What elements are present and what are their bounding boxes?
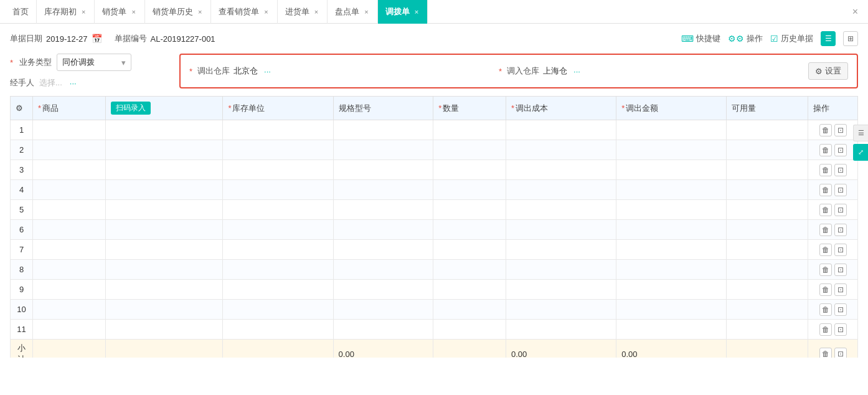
- row-spec[interactable]: [333, 300, 433, 320]
- row-qty[interactable]: [433, 240, 506, 260]
- row-cost[interactable]: [506, 140, 616, 160]
- row-available[interactable]: [727, 120, 808, 140]
- row-amount[interactable]: [616, 120, 727, 140]
- history-button[interactable]: ☑ 历史单据: [770, 33, 813, 44]
- row-unit[interactable]: [223, 300, 333, 320]
- row-amount[interactable]: [616, 220, 727, 240]
- target-warehouse-more-icon[interactable]: ···: [573, 67, 580, 76]
- row-spec[interactable]: [333, 160, 433, 180]
- delete-row-button[interactable]: 🗑: [819, 164, 832, 176]
- row-qty[interactable]: [433, 300, 506, 320]
- copy-row-button[interactable]: ⊡: [834, 224, 847, 236]
- row-amount[interactable]: [616, 320, 727, 340]
- row-unit[interactable]: [223, 140, 333, 160]
- row-spec[interactable]: [333, 240, 433, 260]
- row-cost[interactable]: [506, 180, 616, 200]
- row-product[interactable]: [33, 260, 106, 280]
- row-amount[interactable]: [616, 280, 727, 300]
- source-warehouse-value[interactable]: 北京仓: [234, 65, 258, 77]
- calendar-icon[interactable]: 📅: [92, 34, 102, 44]
- row-qty[interactable]: [433, 260, 506, 280]
- row-product[interactable]: [33, 180, 106, 200]
- list-view-button[interactable]: ☰: [821, 31, 836, 46]
- tab-inventory-init[interactable]: 库存期初 ×: [37, 0, 95, 24]
- source-warehouse-more-icon[interactable]: ···: [264, 67, 271, 76]
- operations-button[interactable]: ⚙⚙ 操作: [728, 33, 763, 44]
- delete-row-button[interactable]: 🗑: [819, 244, 832, 256]
- delete-row-button[interactable]: 🗑: [819, 184, 832, 196]
- delete-row-button[interactable]: 🗑: [819, 144, 832, 156]
- copy-row-button[interactable]: ⊡: [834, 303, 847, 316]
- copy-row-button[interactable]: ⊡: [834, 283, 847, 296]
- row-qty[interactable]: [433, 200, 506, 220]
- delete-row-button[interactable]: 🗑: [819, 224, 832, 236]
- row-cost[interactable]: [506, 300, 616, 320]
- row-qty[interactable]: [433, 180, 506, 200]
- row-unit[interactable]: [223, 180, 333, 200]
- delete-row-button[interactable]: 🗑: [819, 303, 832, 316]
- row-unit[interactable]: [223, 120, 333, 140]
- row-unit[interactable]: [223, 240, 333, 260]
- row-spec[interactable]: [333, 220, 433, 240]
- window-close-button[interactable]: ×: [847, 6, 863, 17]
- tab-close-sales-history[interactable]: ×: [197, 8, 203, 16]
- row-qty[interactable]: [433, 220, 506, 240]
- tab-home[interactable]: 首页: [5, 0, 37, 24]
- date-value[interactable]: 2019-12-27: [46, 34, 88, 44]
- tab-purchase[interactable]: 进货单 ×: [278, 0, 328, 24]
- tab-view-sales[interactable]: 查看销货单 ×: [211, 0, 277, 24]
- row-product[interactable]: [33, 220, 106, 240]
- row-amount[interactable]: [616, 260, 727, 280]
- row-available[interactable]: [727, 240, 808, 260]
- subtotal-delete-button[interactable]: 🗑: [819, 348, 832, 358]
- row-unit[interactable]: [223, 260, 333, 280]
- row-product[interactable]: [33, 140, 106, 160]
- handler-more-icon[interactable]: ···: [70, 79, 77, 88]
- delete-row-button[interactable]: 🗑: [819, 264, 832, 276]
- target-warehouse-value[interactable]: 上海仓: [543, 65, 567, 77]
- row-cost[interactable]: [506, 280, 616, 300]
- tab-close-transfer[interactable]: ×: [413, 8, 420, 16]
- row-product[interactable]: [33, 320, 106, 340]
- row-qty[interactable]: [433, 120, 506, 140]
- row-available[interactable]: [727, 320, 808, 340]
- shortcuts-button[interactable]: ⌨ 快捷键: [681, 33, 720, 44]
- row-available[interactable]: [727, 260, 808, 280]
- col-gear[interactable]: ⚙: [11, 97, 33, 120]
- row-unit[interactable]: [223, 160, 333, 180]
- row-amount[interactable]: [616, 160, 727, 180]
- row-available[interactable]: [727, 160, 808, 180]
- row-available[interactable]: [727, 180, 808, 200]
- copy-row-button[interactable]: ⊡: [834, 124, 847, 136]
- row-amount[interactable]: [616, 240, 727, 260]
- grid-view-button[interactable]: ⊞: [843, 31, 858, 46]
- row-spec[interactable]: [333, 200, 433, 220]
- row-spec[interactable]: [333, 280, 433, 300]
- tab-transfer[interactable]: 调拨单 ×: [378, 0, 428, 24]
- row-qty[interactable]: [433, 280, 506, 300]
- tab-close-view-sales[interactable]: ×: [263, 8, 269, 16]
- settings-button[interactable]: ⚙ 设置: [808, 62, 848, 80]
- tab-close-inventory-init[interactable]: ×: [80, 8, 87, 16]
- delete-row-button[interactable]: 🗑: [819, 204, 832, 216]
- row-amount[interactable]: [616, 180, 727, 200]
- float-expand-button[interactable]: ⤢: [853, 144, 868, 161]
- row-cost[interactable]: [506, 320, 616, 340]
- row-spec[interactable]: [333, 320, 433, 340]
- tab-close-sales-order[interactable]: ×: [130, 8, 136, 16]
- row-available[interactable]: [727, 220, 808, 240]
- copy-row-button[interactable]: ⊡: [834, 244, 847, 256]
- handler-value[interactable]: 选择...: [39, 77, 62, 88]
- copy-row-button[interactable]: ⊡: [834, 323, 847, 336]
- tab-sales-order[interactable]: 销货单 ×: [95, 0, 144, 24]
- row-available[interactable]: [727, 200, 808, 220]
- row-unit[interactable]: [223, 220, 333, 240]
- subtotal-copy-button[interactable]: ⊡: [834, 348, 847, 358]
- copy-row-button[interactable]: ⊡: [834, 144, 847, 156]
- tab-close-inventory-check[interactable]: ×: [363, 8, 369, 16]
- row-available[interactable]: [727, 280, 808, 300]
- row-product[interactable]: [33, 240, 106, 260]
- row-spec[interactable]: [333, 260, 433, 280]
- row-available[interactable]: [727, 300, 808, 320]
- row-unit[interactable]: [223, 320, 333, 340]
